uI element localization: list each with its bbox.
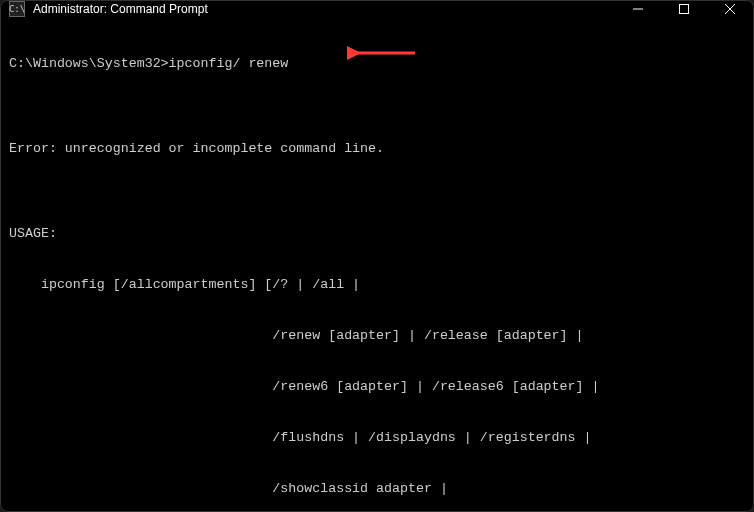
minimize-icon xyxy=(633,4,643,14)
minimize-button[interactable] xyxy=(615,1,661,17)
prompt-command: ipconfig/ renew xyxy=(169,56,289,71)
usage-line: ipconfig [/allcompartments] [/? | /all | xyxy=(9,276,745,293)
usage-line: /flushdns | /displaydns | /registerdns | xyxy=(9,429,745,446)
maximize-button[interactable] xyxy=(661,1,707,17)
terminal-area[interactable]: C:\Windows\System32>ipconfig/ renew Erro… xyxy=(1,17,753,511)
prompt-path: C:\Windows\System32> xyxy=(9,56,169,71)
error-line: Error: unrecognized or incomplete comman… xyxy=(9,140,745,157)
command-prompt-window: C:\ Administrator: Command Prompt C:\Win… xyxy=(0,0,754,512)
close-button[interactable] xyxy=(707,1,753,17)
titlebar[interactable]: C:\ Administrator: Command Prompt xyxy=(1,1,753,17)
svg-rect-1 xyxy=(680,5,689,14)
usage-header: USAGE: xyxy=(9,225,745,242)
close-icon xyxy=(725,4,735,14)
window-title: Administrator: Command Prompt xyxy=(33,2,208,16)
maximize-icon xyxy=(679,4,689,14)
window-controls xyxy=(615,1,753,17)
usage-line: /renew [adapter] | /release [adapter] | xyxy=(9,327,745,344)
usage-line: /showclassid adapter | xyxy=(9,480,745,497)
annotation-arrow xyxy=(299,27,369,45)
prompt-line: C:\Windows\System32>ipconfig/ renew xyxy=(9,55,745,72)
app-icon: C:\ xyxy=(9,1,25,17)
usage-line: /renew6 [adapter] | /release6 [adapter] … xyxy=(9,378,745,395)
